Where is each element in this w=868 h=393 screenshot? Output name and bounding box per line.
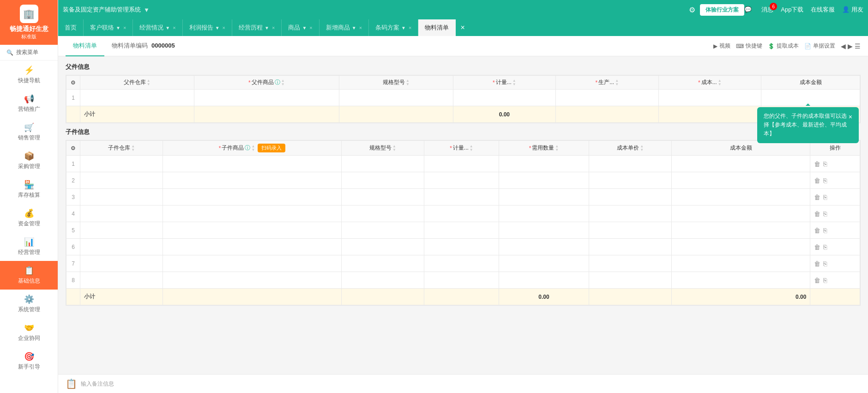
parent-th-gear[interactable]: ⚙: [66, 76, 80, 90]
tab-operations[interactable]: 经营情况 ▼ ×: [133, 19, 182, 36]
copy-icon-2[interactable]: ⎘: [823, 177, 827, 184]
copy-icon-1[interactable]: ⎘: [823, 160, 827, 168]
child-row-1-unit-cost[interactable]: [589, 156, 672, 172]
delete-icon-7[interactable]: 🗑: [814, 260, 820, 267]
tab-home[interactable]: 首页: [58, 19, 84, 36]
bottom-icon[interactable]: 📋: [66, 378, 77, 389]
delete-icon-5[interactable]: 🗑: [814, 227, 820, 234]
settings-icon[interactable]: ⚙: [689, 6, 695, 14]
sidebar-item-collab[interactable]: 🤝 企业协同: [0, 318, 58, 347]
nav-next[interactable]: ▶: [848, 42, 853, 50]
tab-goods[interactable]: 商品 ▼ ×: [282, 19, 319, 36]
child-row-3-product[interactable]: [163, 189, 342, 206]
child-row-5-unit[interactable]: [424, 222, 499, 239]
child-row-5-unit-cost[interactable]: [589, 222, 672, 239]
search-menu[interactable]: 🔍 搜索菜单: [0, 45, 58, 60]
sidebar-item-ops[interactable]: 📊 经营管理: [0, 232, 58, 261]
tab-profit-close[interactable]: ×: [223, 25, 225, 30]
child-row-7-unit-cost[interactable]: [589, 255, 672, 272]
child-row-8-unit-cost[interactable]: [589, 272, 672, 289]
child-row-5-quantity[interactable]: [499, 222, 589, 239]
child-row-1-warehouse[interactable]: [80, 156, 163, 172]
sidebar-item-marketing[interactable]: 📢 营销推广: [0, 89, 58, 118]
child-th-gear[interactable]: ⚙: [66, 141, 80, 156]
child-row-8-spec[interactable]: [341, 272, 424, 289]
child-row-4-spec[interactable]: [341, 206, 424, 222]
child-row-1-spec[interactable]: [341, 156, 424, 172]
child-row-4-unit[interactable]: [424, 206, 499, 222]
parent-row-1-cost-amount[interactable]: [761, 90, 860, 106]
child-row-8-unit[interactable]: [424, 272, 499, 289]
child-row-6-spec[interactable]: [341, 239, 424, 255]
sidebar-item-system[interactable]: ⚙️ 系统管理: [0, 290, 58, 318]
child-row-1-product[interactable]: [163, 156, 342, 172]
app-download-btn[interactable]: App下载: [781, 6, 803, 14]
child-row-1-unit[interactable]: [424, 156, 499, 172]
child-row-3-unit[interactable]: [424, 189, 499, 206]
sidebar-item-quick-nav[interactable]: ⚡ 快捷导航: [0, 60, 58, 89]
message-btn[interactable]: 💬 6 消息: [744, 6, 774, 14]
child-row-8-product[interactable]: [163, 272, 342, 289]
child-row-3-unit-cost[interactable]: [589, 189, 672, 206]
parent-row-1-warehouse[interactable]: [80, 90, 194, 106]
hotkey-btn[interactable]: ⌨ 快捷键: [736, 42, 762, 50]
copy-icon-4[interactable]: ⎘: [823, 210, 827, 218]
tab-barcode[interactable]: 条码方案 ▼ ×: [369, 19, 418, 36]
child-row-7-unit[interactable]: [424, 255, 499, 272]
tab-profit[interactable]: 利润报告 ▼ ×: [183, 19, 232, 36]
child-row-3-quantity[interactable]: [499, 189, 589, 206]
sidebar-item-purchase[interactable]: 📦 采购管理: [0, 146, 58, 175]
child-row-1-quantity[interactable]: [499, 156, 589, 172]
sidebar-item-basic-info[interactable]: 📋 基础信息: [0, 261, 58, 290]
service-btn[interactable]: 在线客服: [811, 6, 835, 14]
child-row-7-quantity[interactable]: [499, 255, 589, 272]
tab-barcode-close[interactable]: ×: [409, 25, 411, 30]
user-menu[interactable]: 👤 用友: [842, 6, 863, 14]
parent-row-1-spec[interactable]: [339, 90, 453, 106]
child-row-7-product[interactable]: [163, 255, 342, 272]
child-row-4-warehouse[interactable]: [80, 206, 163, 222]
sidebar-item-sales[interactable]: 🛒 销售管理: [0, 118, 58, 146]
parent-row-1-cost[interactable]: [658, 90, 761, 106]
child-row-2-product[interactable]: [163, 172, 342, 189]
delete-icon-2[interactable]: 🗑: [814, 177, 820, 184]
child-row-8-warehouse[interactable]: [80, 272, 163, 289]
trial-btn[interactable]: 体验行业方案: [700, 4, 744, 16]
child-row-2-spec[interactable]: [341, 172, 424, 189]
child-row-4-cost-amount[interactable]: [672, 206, 810, 222]
tab-new-goods[interactable]: 新增商品 ▼ ×: [319, 19, 369, 36]
child-row-6-product[interactable]: [163, 239, 342, 255]
tab-new-goods-close[interactable]: ×: [359, 25, 362, 30]
parent-row-1-unit[interactable]: [453, 90, 555, 106]
copy-icon-6[interactable]: ⎘: [823, 243, 827, 251]
delete-icon-1[interactable]: 🗑: [814, 160, 820, 168]
child-row-2-unit-cost[interactable]: [589, 172, 672, 189]
child-row-2-warehouse[interactable]: [80, 172, 163, 189]
child-row-6-quantity[interactable]: [499, 239, 589, 255]
child-row-5-product[interactable]: [163, 222, 342, 239]
child-row-7-warehouse[interactable]: [80, 255, 163, 272]
child-row-2-cost-amount[interactable]: [672, 172, 810, 189]
tab-customers[interactable]: 客户联络 ▼ ×: [84, 19, 133, 36]
delete-icon-4[interactable]: 🗑: [814, 210, 820, 218]
child-row-4-product[interactable]: [163, 206, 342, 222]
child-row-2-unit[interactable]: [424, 172, 499, 189]
child-row-2-quantity[interactable]: [499, 172, 589, 189]
parent-row-1-produce[interactable]: [556, 90, 658, 106]
tab-operations-close[interactable]: ×: [173, 25, 175, 30]
copy-icon-7[interactable]: ⎘: [823, 260, 827, 267]
child-row-6-unit-cost[interactable]: [589, 239, 672, 255]
delete-icon-3[interactable]: 🗑: [814, 193, 820, 201]
nav-prev[interactable]: ◀: [841, 42, 846, 50]
parent-row-1-product[interactable]: [194, 90, 339, 106]
child-row-3-cost-amount[interactable]: [672, 189, 810, 206]
sidebar-item-inventory[interactable]: 🏪 库存核算: [0, 175, 58, 204]
child-row-4-quantity[interactable]: [499, 206, 589, 222]
tabs-close-all[interactable]: ×: [456, 24, 469, 32]
delete-icon-8[interactable]: 🗑: [814, 277, 820, 284]
child-row-1-cost-amount[interactable]: [672, 156, 810, 172]
child-row-3-spec[interactable]: [341, 189, 424, 206]
copy-icon-8[interactable]: ⎘: [823, 277, 827, 284]
delete-icon-6[interactable]: 🗑: [814, 243, 820, 251]
cost-btn[interactable]: 💲 提取成本: [768, 42, 799, 50]
